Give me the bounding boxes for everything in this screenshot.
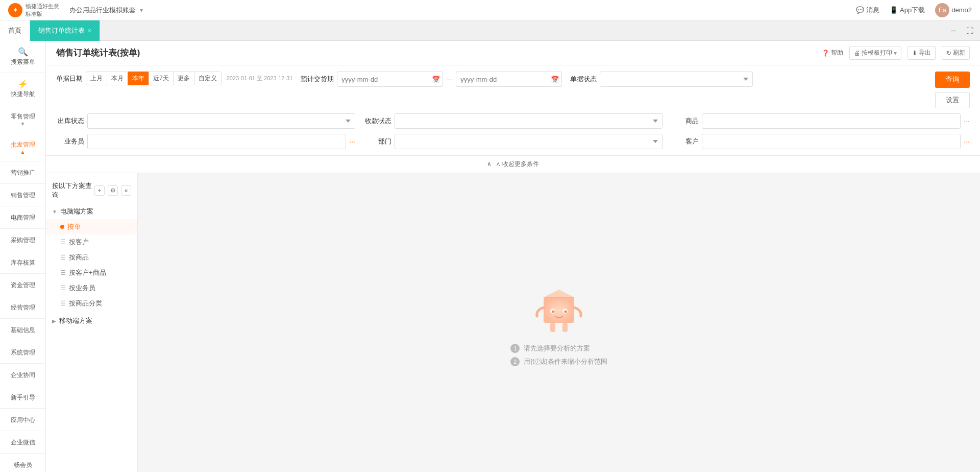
product-ellipsis-icon[interactable]: ··· xyxy=(964,117,970,125)
phone-icon: 📱 xyxy=(890,6,898,14)
logo-text: 畅捷通好生意 标准版 xyxy=(26,3,59,17)
date-filter-section: 单据日期 上月 本月 本年 近7天 更多 自定义 2023-01-01 至 20… xyxy=(56,72,292,85)
tab-close-icon[interactable]: × xyxy=(88,27,91,34)
date-btn-custom[interactable]: 自定义 xyxy=(194,72,222,85)
filter-panel: 单据日期 上月 本月 本年 近7天 更多 自定义 2023-01-01 至 20… xyxy=(46,65,980,156)
minimize-button[interactable]: ─ xyxy=(947,25,960,37)
scheme-settings-button[interactable]: ⚙ xyxy=(108,185,118,196)
scheme-header-label: 按以下方案查询 xyxy=(52,181,94,200)
sidebar-item-new-guide[interactable]: 新手引导 xyxy=(0,386,45,409)
scheme-item-by-customer-product[interactable]: ☰ 按客户+商品 xyxy=(46,265,137,280)
date-range-display: 2023-01-01 至 2023-12-31 xyxy=(227,75,293,82)
page-header: 销售订单统计表(按单) ❓ 帮助 🖨 按模板打印 ▾ ⬇ 导出 ↻ 刷新 xyxy=(46,41,980,65)
scheme-group-desktop-title[interactable]: ▼ 电脑端方案 xyxy=(46,204,137,219)
svg-point-4 xyxy=(552,310,554,313)
outbound-status-select[interactable] xyxy=(87,113,355,129)
app-download-button[interactable]: 📱 App下载 xyxy=(890,6,925,15)
query-button[interactable]: 查询 xyxy=(935,72,970,88)
expected-date-from-input[interactable] xyxy=(337,72,443,87)
tip-num-1: 1 xyxy=(510,344,520,353)
tip-num-2: 2 xyxy=(510,357,520,366)
expected-date-from-wrapper: 📅 xyxy=(337,72,443,87)
outbound-label: 出库状态 xyxy=(56,116,84,126)
product-input[interactable] xyxy=(702,113,961,129)
sidebar: 🔍 搜索菜单 ⚡ 快捷导航 零售管理 ▼ 批发管理 ▲ 营销推广 销售管理 电商… xyxy=(0,41,46,472)
export-button[interactable]: ⬇ 导出 xyxy=(908,46,936,60)
sidebar-item-marketing[interactable]: 营销推广 xyxy=(0,161,45,184)
avatar: Ea xyxy=(935,3,949,17)
doc-status-select[interactable] xyxy=(600,72,753,87)
date-btn-prev-month[interactable]: 上月 xyxy=(86,72,107,85)
date-btn-last-7[interactable]: 近7天 xyxy=(149,72,174,85)
sidebar-item-ecommerce-mgmt[interactable]: 电商管理 xyxy=(0,206,45,229)
topbar-right: 💬 消息 📱 App下载 Ea demo2 xyxy=(856,3,972,17)
page-action-buttons: ❓ 帮助 🖨 按模板打印 ▾ ⬇ 导出 ↻ 刷新 xyxy=(822,46,970,60)
topbar-dropdown-icon[interactable]: ▾ xyxy=(140,7,143,14)
date-btn-more[interactable]: 更多 xyxy=(173,72,194,85)
payment-status-select[interactable] xyxy=(395,113,663,129)
tab-home[interactable]: 首页 xyxy=(0,20,30,41)
scheme-group-mobile-title[interactable]: ▶ 移动端方案 xyxy=(46,313,137,328)
salesperson-input[interactable] xyxy=(87,134,346,149)
sidebar-item-basic-info[interactable]: 基础信息 xyxy=(0,319,45,341)
user-menu[interactable]: Ea demo2 xyxy=(935,3,972,17)
page-title: 销售订单统计表(按单) xyxy=(56,47,140,59)
date-btn-this-month[interactable]: 本月 xyxy=(107,72,128,85)
retail-expand-icon: ▼ xyxy=(0,121,45,127)
print-dropdown-icon: ▾ xyxy=(894,50,897,57)
print-button[interactable]: 🖨 按模板打印 ▾ xyxy=(849,46,901,60)
scheme-item-by-order[interactable]: 按单 xyxy=(46,219,137,234)
sidebar-item-sys-mgmt[interactable]: 系统管理 xyxy=(0,341,45,364)
search-icon: 🔍 xyxy=(0,47,45,57)
empty-state-illustration xyxy=(531,279,587,336)
scheme-group-mobile: ▶ 移动端方案 xyxy=(46,313,137,328)
sidebar-item-quick-nav[interactable]: ⚡ 快捷导航 xyxy=(0,73,45,105)
sidebar-item-sales-mgmt[interactable]: 销售管理 xyxy=(0,184,45,206)
scheme-item-by-customer[interactable]: ☰ 按客户 xyxy=(46,234,137,250)
expected-date-to-input[interactable] xyxy=(456,72,562,87)
sidebar-item-search-menu[interactable]: 🔍 搜索菜单 xyxy=(0,41,45,73)
sidebar-item-finance-mgmt[interactable]: 资金管理 xyxy=(0,274,45,296)
sidebar-item-member[interactable]: 畅会员 xyxy=(0,454,45,472)
scheme-panel-header: 按以下方案查询 + ⚙ « xyxy=(46,177,137,204)
collapse-bar[interactable]: ∧ ∧ 收起更多条件 xyxy=(46,156,980,173)
maximize-button[interactable]: ⛶ xyxy=(964,25,976,37)
message-button[interactable]: 💬 消息 xyxy=(856,6,879,15)
sidebar-item-enterprise-wechat[interactable]: 企业微信 xyxy=(0,431,45,454)
settings-button[interactable]: 设置 xyxy=(935,92,970,108)
salesperson-ellipsis-icon[interactable]: ··· xyxy=(349,137,355,146)
doc-status-section: 单据状态 xyxy=(570,72,927,87)
refresh-icon: ↻ xyxy=(946,50,951,57)
main-layout: 🔍 搜索菜单 ⚡ 快捷导航 零售管理 ▼ 批发管理 ▲ 营销推广 销售管理 电商… xyxy=(0,41,980,472)
sidebar-item-enterprise-collab[interactable]: 企业协同 xyxy=(0,364,45,386)
sidebar-item-purchase-mgmt[interactable]: 采购管理 xyxy=(0,229,45,251)
scheme-item-by-salesperson[interactable]: ☰ 按业务员 xyxy=(46,280,137,296)
sidebar-item-app-center[interactable]: 应用中心 xyxy=(0,409,45,431)
refresh-button[interactable]: ↻ 刷新 xyxy=(942,46,970,60)
main-data-area: 1 请先选择要分析的方案 2 用[过滤]条件来缩小分析范围 xyxy=(138,173,980,472)
svg-rect-0 xyxy=(544,297,574,323)
scheme-item-by-product-category[interactable]: ☰ 按商品分类 xyxy=(46,296,137,311)
salesperson-section: 业务员 ··· xyxy=(56,134,355,149)
date-btn-this-year[interactable]: 本年 xyxy=(128,72,149,85)
scheme-item-by-product[interactable]: ☰ 按商品 xyxy=(46,250,137,265)
sidebar-item-ops-mgmt[interactable]: 经营管理 xyxy=(0,296,45,319)
tab-sales-order-stats[interactable]: 销售订单统计表 × xyxy=(30,20,100,41)
empty-tips: 1 请先选择要分析的方案 2 用[过滤]条件来缩小分析范围 xyxy=(510,344,607,366)
scheme-panel: 按以下方案查询 + ⚙ « xyxy=(46,173,138,472)
product-scheme-icon: ☰ xyxy=(60,254,66,261)
svg-rect-7 xyxy=(562,323,568,332)
tabbar: 首页 销售订单统计表 × ─ ⛶ xyxy=(0,20,980,41)
help-button[interactable]: ❓ 帮助 xyxy=(822,49,843,57)
scheme-add-button[interactable]: + xyxy=(94,185,105,196)
customer-ellipsis-icon[interactable]: ··· xyxy=(964,137,970,146)
sidebar-item-inventory[interactable]: 库存核算 xyxy=(0,251,45,274)
department-select[interactable] xyxy=(395,134,663,149)
customer-label: 客户 xyxy=(671,137,699,146)
sidebar-item-retail-mgmt[interactable]: 零售管理 ▼ xyxy=(0,105,45,133)
sidebar-item-wholesale-mgmt[interactable]: 批发管理 ▲ xyxy=(0,133,45,161)
scheme-collapse-button[interactable]: « xyxy=(121,185,131,196)
customer-input[interactable] xyxy=(702,134,961,149)
date-label: 单据日期 xyxy=(56,74,83,83)
customer-section: 客户 ··· xyxy=(671,134,970,149)
